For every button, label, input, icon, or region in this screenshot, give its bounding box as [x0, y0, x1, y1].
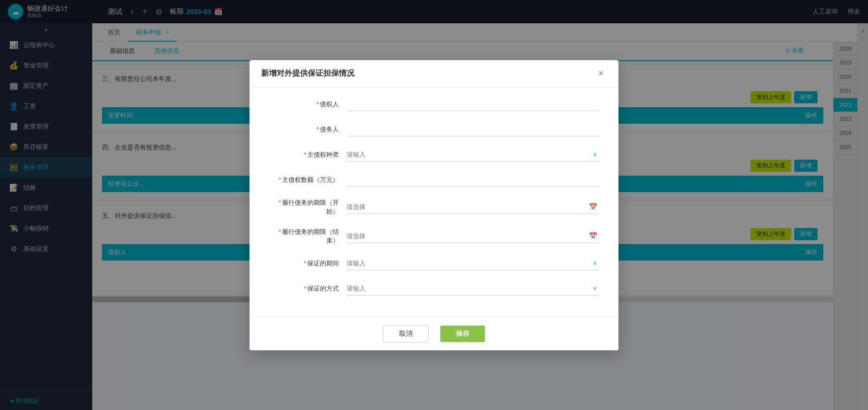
form-row-debtor: *债务人	[269, 123, 599, 136]
form-row-claim-amount: *主债权数额（万元）	[269, 173, 599, 187]
label-debtor: *债务人	[269, 125, 347, 134]
modal-guarantee: 新增对外提供保证担保情况 × *债权人 *债务人 *	[250, 60, 618, 350]
calendar-icon-end[interactable]: 📅	[589, 232, 597, 240]
date-input-end[interactable]	[347, 230, 599, 243]
cancel-button[interactable]: 取消	[383, 325, 429, 343]
input-creditor[interactable]	[347, 98, 599, 111]
date-input-start[interactable]	[347, 200, 599, 213]
form-row-date-start: *履行债务的期限（开始） 📅	[269, 198, 599, 216]
modal-overlay: 新增对外提供保证担保情况 × *债权人 *债务人 *	[0, 0, 868, 410]
form-row-guarantee-period: *保证的期间 ∨	[269, 257, 599, 270]
date-wrap-end: 📅	[347, 230, 599, 243]
modal-header: 新增对外提供保证担保情况 ×	[250, 60, 618, 88]
modal-body: *债权人 *债务人 *主债权种类 ∨	[250, 88, 618, 317]
form-row-guarantee-method: *保证的方式 ∨	[269, 282, 599, 295]
select-wrap-guarantee-method: ∨	[347, 282, 599, 295]
label-claim-amount: *主债权数额（万元）	[269, 176, 347, 184]
modal-title: 新增对外提供保证担保情况	[261, 68, 354, 79]
select-wrap-guarantee-period: ∨	[347, 257, 599, 270]
label-date-end: *履行债务的期限（结束）	[269, 228, 347, 245]
date-wrap-start: 📅	[347, 200, 599, 214]
form-row-creditor: *债权人	[269, 98, 599, 111]
save-button[interactable]: 保存	[440, 326, 485, 342]
input-debtor[interactable]	[347, 123, 599, 136]
select-claim-type[interactable]	[347, 148, 599, 161]
form-row-claim-type: *主债权种类 ∨	[269, 148, 599, 162]
form-row-date-end: *履行债务的期限（结束） 📅	[269, 228, 599, 245]
label-guarantee-method: *保证的方式	[269, 284, 347, 293]
modal-footer: 取消 保存	[250, 317, 618, 350]
label-date-start: *履行债务的期限（开始）	[269, 198, 347, 216]
input-claim-amount[interactable]	[347, 173, 599, 187]
label-guarantee-period: *保证的期间	[269, 259, 347, 268]
modal-close-button[interactable]: ×	[595, 68, 607, 80]
label-claim-type: *主债权种类	[269, 150, 347, 159]
label-creditor: *债权人	[269, 100, 347, 109]
calendar-icon-start[interactable]: 📅	[589, 203, 597, 211]
select-wrap-claim-type: ∨	[347, 148, 599, 162]
select-guarantee-period[interactable]	[347, 257, 599, 270]
select-guarantee-method[interactable]	[347, 282, 599, 295]
